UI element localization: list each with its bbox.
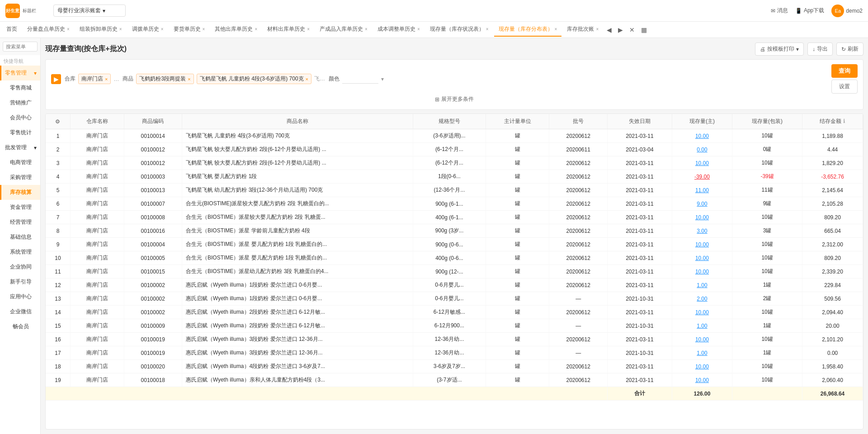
cell-qty-main[interactable]: 10.00 [672,265,732,278]
sidebar-item-wholesale[interactable]: 批发管理 ▾ [0,140,40,155]
user-profile-btn[interactable]: Ea demo2 [831,5,863,17]
tab-product-in[interactable]: 产成品入库单历史 × [315,23,372,37]
tab-close-icon[interactable]: × [365,27,368,32]
filter-warehouse-close-icon[interactable]: × [105,76,108,82]
sidebar-item-operations[interactable]: 经营管理 [0,215,40,230]
cell-qty-main[interactable]: 1.00 [672,346,732,360]
tab-inventory-dist[interactable]: 现存量（库存分布表） × [494,23,562,37]
cell-qty-main[interactable]: 10.00 [672,360,732,373]
tab-inventory-status[interactable]: 现存量（库存状况表） × [425,23,493,37]
cell-qty-main[interactable]: 2.00 [672,292,732,306]
refresh-button[interactable]: ↻ 刷新 [836,42,863,56]
tab-disassembly[interactable]: 组装拆卸单历史 × [75,23,127,37]
tab-close-icon[interactable]: × [307,27,310,32]
tab-close-icon[interactable]: × [555,27,557,32]
cell-qty-main[interactable]: 1.00 [672,319,732,333]
sidebar-item-apps[interactable]: 应用中心 [0,289,40,304]
cell-qty-main[interactable]: 10.00 [672,333,732,346]
cell-batch: 20200612 [549,170,607,184]
cell-unit: 罐 [486,129,549,143]
cell-expire: 2021-03-11 [607,306,672,319]
cell-qty-main[interactable]: 10.00 [672,373,732,387]
export-button[interactable]: ↓ 导出 [807,42,833,56]
col-amount-info-icon[interactable]: ℹ [843,118,845,124]
cell-spec: 12-36月幼... [413,346,486,360]
tab-close-icon[interactable]: × [161,27,164,32]
cell-qty-main[interactable]: 10.00 [672,211,732,224]
tab-close-icon[interactable]: × [596,27,599,32]
tab-other-out[interactable]: 其他出库单历史 × [210,23,262,37]
tab-close-icon[interactable]: × [417,27,420,32]
app-download-btn[interactable]: 📱 App下载 [795,7,824,14]
filter-product-tag2[interactable]: 飞鹤星飞帆 儿童奶粉 4段(3-6岁适用) 700克 × [197,74,311,84]
tab-request[interactable]: 要货单历史 × [169,23,210,37]
sidebar-item-wechat[interactable]: 企业微信 [0,304,40,319]
sidebar-item-inventory[interactable]: 库存核算 [0,185,40,200]
cell-qty-main[interactable]: 0.00 [672,143,732,156]
filter-product-close1-icon[interactable]: × [188,76,190,82]
sidebar-item-member[interactable]: 会员中心 [0,110,40,125]
tab-batch-voucher[interactable]: 库存批次账 × [562,23,603,37]
tabs-prev-btn[interactable]: ◀ [604,24,614,35]
tab-partial-inventory[interactable]: 分量盘点单历史 × [23,23,74,37]
cell-qty-main[interactable]: 10.00 [672,306,732,319]
col-settings[interactable]: ⚙ [46,114,70,129]
cell-qty-main[interactable]: 10.00 [672,156,732,170]
tab-transfer[interactable]: 调拨单历史 × [127,23,168,37]
sidebar-item-system[interactable]: 系统管理 [0,245,40,259]
filter-warehouse-tag[interactable]: 南岸门店 × [78,74,111,84]
sidebar-item-retail-mgmt[interactable]: 零售管理 ▾ [0,66,40,80]
tab-close-icon[interactable]: × [255,27,257,32]
filter-expand-btn[interactable]: ▶ [51,74,61,84]
cell-qty-main[interactable]: 10.00 [672,251,732,265]
filter-product-close2-icon[interactable]: × [306,76,308,82]
color-dropdown-icon[interactable]: ▾ [381,76,384,82]
search-input[interactable] [3,42,38,52]
sidebar-item-member2[interactable]: 畅会员 [0,319,40,334]
print-button[interactable]: 🖨 按模板打印 ▾ [755,42,804,56]
messages-btn[interactable]: ✉ 消息 [771,7,788,14]
tabs-next-btn[interactable]: ▶ [615,24,626,35]
sidebar-item-enterprise[interactable]: 企业协同 [0,259,40,274]
tabs-menu-btn[interactable]: ▦ [638,24,650,35]
tab-material-out[interactable]: 材料出库单历史 × [263,23,314,37]
cell-qty-main[interactable]: 10.00 [672,238,732,251]
cell-qty-main[interactable]: 11.00 [672,184,732,197]
company-name: 母婴行业演示账套 [57,7,101,14]
cell-name: 惠氏启赋（Wyeth illuma）4段奶粉 爱尔兰进口 3-6岁及7... [182,360,413,373]
sidebar-item-ecommerce[interactable]: 电商管理 [0,155,40,170]
tab-close-icon[interactable]: × [67,27,70,32]
filter-product-tag1[interactable]: 飞鹤奶粉3段两提装 × [136,74,193,84]
company-dropdown[interactable]: 母婴行业演示账套 ▾ [53,5,126,17]
search-button[interactable]: 查询 [831,64,858,78]
sidebar-item-label: 零售商城 [10,84,32,92]
tab-home[interactable]: 首页 [2,23,22,37]
sidebar-item-guide[interactable]: 新手引导 [0,274,40,289]
sidebar-item-marketing[interactable]: 营销推广 [0,95,40,110]
inventory-table: ⚙ 仓库名称 商品编码 商品名称 规格型号 主计量单位 批号 失效日期 现存量(… [46,114,863,401]
tabs-close-btn[interactable]: ✕ [627,24,637,35]
sidebar-item-finance[interactable]: 资金管理 [0,200,40,215]
cell-qty-main[interactable]: 1.00 [672,278,732,292]
sidebar-item-retail-store[interactable]: 零售商城 [0,80,40,95]
sidebar-item-retail-stats[interactable]: 零售统计 [0,125,40,140]
settings-button[interactable]: 设置 [831,80,858,94]
cell-qty-main[interactable]: 9.00 [672,197,732,211]
expand-more-btn[interactable]: ⊞ 展开更多条件 [435,95,474,103]
dropdown-arrow-icon: ▾ [103,8,105,14]
cell-qty-main[interactable]: 10.00 [672,129,732,143]
filter-warehouse-more[interactable]: … [113,76,119,82]
cell-warehouse: 南岸门店 [70,360,124,373]
cell-unit: 罐 [486,346,549,360]
table-row: 16 南岸门店 00100019 惠氏启赋（Wyeth illuma）3段奶粉 … [46,333,863,346]
tab-close-icon[interactable]: × [203,27,205,32]
tab-close-icon[interactable]: × [119,27,122,32]
cell-amount: 0.00 [802,346,863,360]
sidebar-item-basic[interactable]: 基础信息 [0,230,40,245]
cell-qty-main[interactable]: -39.00 [672,170,732,184]
cell-qty-main[interactable]: 3.00 [672,224,732,238]
tab-close-icon[interactable]: × [486,27,489,32]
filter-product-more[interactable]: 飞… [314,75,325,83]
tab-cost-adjust[interactable]: 成本调整单历史 × [373,23,425,37]
sidebar-item-purchase[interactable]: 采购管理 [0,170,40,185]
